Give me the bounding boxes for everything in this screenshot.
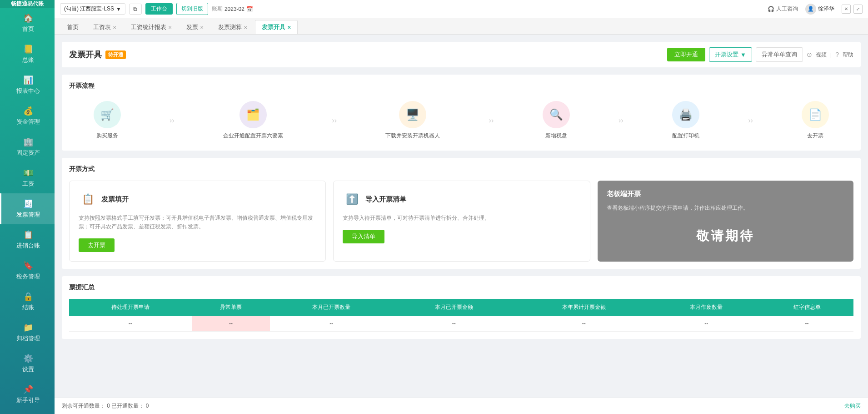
sidebar-item-label: 结账 [22,303,34,312]
tab-invoice-calc[interactable]: 发票测算 ✕ [211,20,254,34]
sidebar-item-home[interactable]: 🏠 首页 [0,8,55,39]
sidebar-item-assets[interactable]: 🏢 固定资产 [0,131,55,162]
process-arrow-2: ›› [332,116,337,125]
sidebar-item-label: 设置 [22,365,34,374]
window-controls: ✕ ⤢ [842,5,863,14]
method-card-manual-title: 发票填开 [101,195,129,204]
method-card-manual: 📋 发票填开 支持按照发票格式手工填写开发票；可开具增值税电子普通发票、增值税普… [69,181,326,262]
tab-label: 工资统计报表 [131,23,166,31]
copy-button[interactable]: ⧉ [129,4,142,15]
avatar: 👤 [805,4,816,15]
sidebar-item-settings[interactable]: ⚙️ 设置 [0,348,55,379]
sidebar-item-label: 首页 [22,25,34,33]
footer-left: 剩余可开通数量： 0 已开通数量： 0 [62,402,149,410]
immediate-open-button[interactable]: 立即开通 [667,48,705,61]
service-button[interactable]: 🎧 人工咨询 [768,5,798,13]
method-card-old-header: 老板端开票 [607,190,844,198]
cell-void-count: -- [653,316,760,332]
summary-col-month-amount: 本月已开票金额 [393,299,515,316]
separator: | [830,51,832,58]
sidebar-item-reports[interactable]: 📊 报表中心 [0,70,55,101]
calendar-icon[interactable]: 📅 [246,6,253,12]
reports-icon: 📊 [23,75,33,85]
import-list-button[interactable]: 导入清单 [343,230,384,243]
process-flow: 🛒 购买服务 ›› 🗂️ 企业开通配置开票六要素 ›› 🖥️ [69,97,853,143]
process-item-taxbox[interactable]: 🔍 新增税盘 [543,101,570,140]
process-item-download[interactable]: 🖥️ 下载并安装开票机器人 [385,101,440,140]
tab-salary-table[interactable]: 工资表 ✕ [86,20,123,34]
period-value[interactable]: 2023-02 [224,6,244,12]
tab-close-icon[interactable]: ✕ [168,25,172,30]
method-section-title: 开票方式 [69,165,853,173]
user-area[interactable]: 👤 徐泽华 [805,4,834,15]
close-window-button[interactable]: ✕ [842,5,851,14]
method-card-manual-header: 📋 发票填开 [79,190,316,208]
sidebar-item-label: 新手引导 [16,396,40,404]
switch-old-button[interactable]: 切到旧版 [176,3,208,15]
tax-icon: 🔖 [23,261,33,271]
process-icon-taxbox: 🔍 [543,101,570,128]
assets-icon: 🏢 [23,137,33,147]
process-arrow-5: ›› [748,116,753,125]
tab-close-icon[interactable]: ✕ [287,25,291,30]
remaining-label: 剩余可开通数量： [62,403,105,409]
sidebar-item-ledger[interactable]: 📒 总账 [0,39,55,70]
tab-home[interactable]: 首页 [60,20,85,34]
sidebar-item-invoice[interactable]: 🧾 发票管理 [0,193,55,224]
sidebar-item-funds[interactable]: 💰 资金管理 [0,101,55,131]
sidebar-item-label: 报表中心 [16,87,40,95]
settings-btn-label: 开票设置 [715,50,738,59]
ledger-icon: 📒 [23,44,33,54]
sidebar-item-archive[interactable]: 📁 归档管理 [0,317,55,348]
workspace-button[interactable]: 工作台 [145,3,173,15]
company-selector[interactable]: (勾当) 江西服宝-LSS ▼ [60,3,125,15]
abnormal-query-button[interactable]: 异常单单查询 [756,47,803,62]
opened-label: 已开通数量： [111,403,144,409]
main-area: (勾当) 江西服宝-LSS ▼ ⧉ 工作台 切到旧版 账期 2023-02 📅 … [55,0,868,414]
process-icon-download: 🖥️ [399,101,426,128]
period-area: 账期 2023-02 📅 [212,5,253,13]
open-settings-button[interactable]: 开票设置 ▼ [709,47,752,62]
method-card-manual-desc: 支持按照发票格式手工填写开发票；可开具增值税电子普通发票、增值税普通发票、增值税… [79,214,316,231]
tab-close-icon[interactable]: ✕ [113,25,116,30]
tab-close-icon[interactable]: ✕ [244,25,247,30]
open-invoice-icon: 📄 [808,108,822,121]
tab-close-icon[interactable]: ✕ [200,25,204,30]
process-icon-buy: 🛒 [94,101,121,128]
company-name: (勾当) 江西服宝-LSS [64,5,114,13]
summary-col-month-count: 本月已开票数量 [270,299,393,316]
tab-label: 发票开具 [262,23,285,31]
help-label: 帮助 [843,51,853,59]
go-open-invoice-button[interactable]: 去开票 [79,238,115,252]
process-item-setup[interactable]: 🗂️ 企业开通配置开票六要素 [223,101,283,140]
process-arrow-4: ›› [619,116,624,125]
tab-salary-report[interactable]: 工资统计报表 ✕ [124,20,179,34]
tab-invoice-tool[interactable]: 发票开具 ✕ [255,20,298,34]
process-label-open-invoice: 去开票 [807,132,823,140]
sidebar-item-guide[interactable]: 📌 新手引导 [0,379,55,410]
view-label: 视频 [816,51,827,59]
process-item-buy[interactable]: 🛒 购买服务 [94,101,121,140]
period-label: 账期 [212,5,223,13]
sidebar-item-purchase[interactable]: 📋 进销台账 [0,224,55,255]
method-card-import: ⬆️ 导入开票清单 支持导入待开票清单，可对待开票清单进行拆分、合并处理。 导入… [333,181,590,262]
process-label-setup: 企业开通配置开票六要素 [223,132,283,140]
resize-window-button[interactable]: ⤢ [853,5,863,14]
sidebar-item-salary[interactable]: 💵 工资 [0,162,55,193]
process-icon-printer: 🖨️ [672,101,699,128]
process-label-printer: 配置打印机 [672,132,699,140]
sidebar-item-member[interactable]: 👑 畅会员 [0,410,55,414]
tab-label: 发票 [186,23,198,31]
process-item-printer[interactable]: 🖨️ 配置打印机 [672,101,699,140]
sidebar-item-closing[interactable]: 🔒 结账 [0,286,55,317]
go-buy-link[interactable]: 去购买 [844,402,861,410]
sidebar-item-label: 归档管理 [16,334,40,343]
tab-invoice[interactable]: 发票 ✕ [180,20,210,34]
home-icon: 🏠 [23,13,33,23]
cell-abnormal: -- [192,316,270,332]
process-item-open-invoice[interactable]: 📄 去开票 [802,101,829,140]
process-section: 开票流程 🛒 购买服务 ›› 🗂️ 企业开通配置开票六要素 ›› [62,75,861,151]
sidebar-item-tax[interactable]: 🔖 税务管理 [0,255,55,286]
summary-section: 票据汇总 待处理开票申请 异常单票 本月已开票数量 本月已开票金额 本年累计开票… [62,276,861,339]
settings-icon: ⚙️ [23,353,33,364]
